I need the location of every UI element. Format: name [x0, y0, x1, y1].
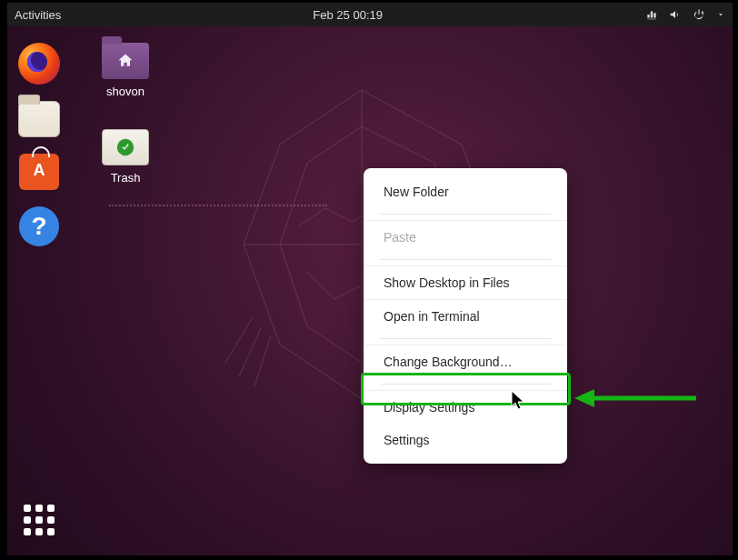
trash-icon[interactable]: Trash [89, 129, 162, 185]
menu-new-folder[interactable]: New Folder [364, 175, 567, 208]
dock-help-icon[interactable]: ? [19, 206, 59, 246]
menu-separator [380, 384, 551, 385]
volume-icon[interactable] [669, 8, 682, 21]
dock-files-icon[interactable] [18, 101, 60, 137]
home-folder-label: shovon [89, 85, 162, 98]
menu-separator [380, 338, 551, 339]
system-tray[interactable] [645, 8, 725, 21]
chevron-down-icon[interactable] [716, 10, 725, 19]
screen: Activities Feb 25 00:19 [7, 3, 733, 555]
folder-icon [102, 43, 149, 79]
clock[interactable]: Feb 25 00:19 [313, 8, 383, 22]
wallpaper-dots [109, 205, 327, 206]
desktop-icons: shovon Trash [89, 43, 162, 185]
menu-paste: Paste [364, 220, 567, 254]
menu-settings[interactable]: Settings [364, 424, 567, 456]
menu-change-background[interactable]: Change Background… [364, 345, 567, 378]
trash-glyph [102, 129, 149, 165]
activities-button[interactable]: Activities [15, 8, 61, 22]
dock-firefox-icon[interactable] [18, 43, 60, 85]
dock-software-icon[interactable] [19, 154, 59, 190]
menu-open-in-terminal[interactable]: Open in Terminal [364, 299, 567, 333]
annotation-arrow-icon [569, 385, 705, 412]
home-folder-icon[interactable]: shovon [89, 43, 162, 98]
menu-separator [380, 214, 551, 215]
dock: ? [7, 26, 71, 555]
network-icon[interactable] [645, 8, 658, 21]
menu-display-settings[interactable]: Display Settings [364, 390, 567, 424]
show-applications-icon[interactable] [24, 505, 55, 535]
menu-show-desktop-in-files[interactable]: Show Desktop in Files [364, 265, 567, 299]
power-icon[interactable] [693, 8, 705, 21]
trash-label: Trash [89, 171, 162, 185]
svg-marker-5 [574, 389, 594, 407]
top-panel: Activities Feb 25 00:19 [7, 3, 733, 26]
menu-separator [380, 259, 551, 260]
desktop[interactable]: ? shovon Trash [7, 26, 733, 555]
desktop-context-menu: New Folder Paste Show Desktop in Files O… [364, 168, 567, 464]
